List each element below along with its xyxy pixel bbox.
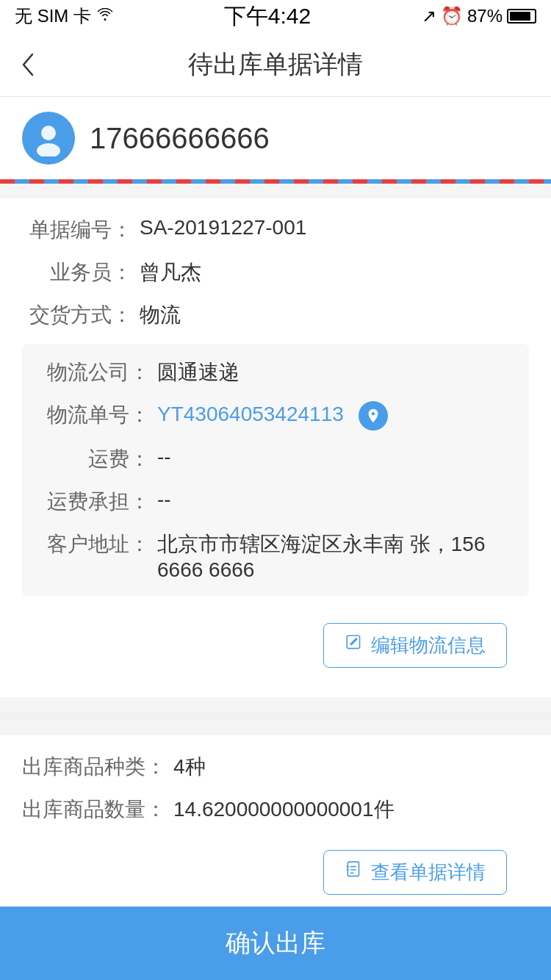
- logistics-address-label: 客户地址：: [40, 530, 157, 558]
- edit-logistics-label: 编辑物流信息: [371, 633, 486, 658]
- logistics-tracking-row: 物流单号： YT43064053424113: [40, 401, 511, 430]
- goods-quantity-label: 出库商品数量：: [22, 796, 173, 824]
- edit-logistics-container: 编辑物流信息: [22, 611, 529, 680]
- logistics-card: 物流公司： 圆通速递 物流单号： YT43064053424113 运费： --…: [22, 344, 529, 597]
- section-divider: [0, 712, 551, 721]
- status-left: 无 SIM 卡: [15, 4, 113, 28]
- doc-agent-label: 业务员：: [22, 259, 140, 287]
- wifi-icon: [97, 7, 113, 26]
- goods-info-section: 出库商品种类： 4种 出库商品数量： 14.620000000000001件 查…: [0, 735, 551, 924]
- back-button[interactable]: [18, 48, 38, 81]
- location-active-icon: ↗: [422, 6, 436, 26]
- view-detail-label: 查看单据详情: [371, 860, 486, 885]
- logistics-company-label: 物流公司：: [40, 359, 157, 386]
- status-right: ↗ ⏰ 87%: [422, 6, 536, 26]
- view-detail-container: 查看单据详情: [22, 838, 529, 907]
- status-bar: 无 SIM 卡 下午4:42 ↗ ⏰ 87%: [0, 0, 551, 32]
- document-info-section: 单据编号： SA-20191227-001 业务员： 曾凡杰 交货方式： 物流 …: [0, 198, 551, 697]
- logistics-freight-value: --: [157, 445, 511, 469]
- logistics-tracking-label: 物流单号：: [40, 401, 157, 429]
- status-time: 下午4:42: [224, 1, 311, 32]
- logistics-address-row: 客户地址： 北京市市辖区海淀区永丰南 张，156 6666 6666: [40, 530, 511, 582]
- logistics-freight-row: 运费： --: [40, 445, 511, 473]
- goods-types-label: 出库商品种类：: [22, 753, 173, 781]
- doc-delivery-row: 交货方式： 物流: [22, 301, 529, 329]
- svg-point-1: [37, 143, 60, 156]
- doc-agent-value: 曾凡杰: [140, 259, 529, 287]
- battery-icon: [507, 9, 536, 24]
- logistics-freight-label: 运费：: [40, 445, 157, 473]
- goods-quantity-row: 出库商品数量： 14.620000000000001件: [22, 796, 529, 824]
- goods-types-row: 出库商品种类： 4种: [22, 753, 529, 781]
- carrier-text: 无 SIM 卡: [15, 4, 91, 28]
- edit-logistics-button[interactable]: 编辑物流信息: [323, 623, 507, 668]
- dashed-separator: [0, 179, 551, 184]
- document-icon: [345, 860, 364, 884]
- nav-bar: 待出库单据详情: [0, 32, 551, 97]
- user-header: 17666666666: [0, 97, 551, 179]
- svg-point-0: [41, 126, 56, 140]
- logistics-bearer-label: 运费承担：: [40, 488, 157, 516]
- confirm-button[interactable]: 确认出库: [0, 907, 551, 980]
- edit-icon: [345, 633, 364, 657]
- svg-rect-3: [347, 862, 359, 876]
- doc-agent-row: 业务员： 曾凡杰: [22, 259, 529, 287]
- doc-delivery-label: 交货方式：: [22, 301, 140, 329]
- confirm-label: 确认出库: [226, 926, 325, 960]
- logistics-company-value: 圆通速递: [157, 359, 511, 386]
- tracking-location-icon[interactable]: [359, 401, 388, 430]
- logistics-address-value: 北京市市辖区海淀区永丰南 张，156 6666 6666: [157, 530, 511, 582]
- logistics-company-row: 物流公司： 圆通速递: [40, 359, 511, 386]
- logistics-bearer-row: 运费承担： --: [40, 488, 511, 516]
- doc-number-value: SA-20191227-001: [140, 216, 529, 239]
- logistics-tracking-value: YT43064053424113: [157, 401, 511, 430]
- doc-number-row: 单据编号： SA-20191227-001: [22, 216, 529, 244]
- doc-number-label: 单据编号：: [22, 216, 140, 244]
- avatar: [22, 112, 75, 165]
- logistics-bearer-value: --: [157, 488, 511, 511]
- user-phone: 17666666666: [90, 122, 270, 155]
- page-title: 待出库单据详情: [188, 48, 363, 82]
- view-detail-button[interactable]: 查看单据详情: [323, 850, 507, 895]
- alarm-icon: ⏰: [441, 6, 463, 26]
- goods-quantity-value: 14.620000000000001件: [173, 796, 529, 824]
- battery-percent: 87%: [467, 6, 503, 26]
- goods-types-value: 4种: [173, 753, 529, 781]
- doc-delivery-value: 物流: [140, 301, 529, 329]
